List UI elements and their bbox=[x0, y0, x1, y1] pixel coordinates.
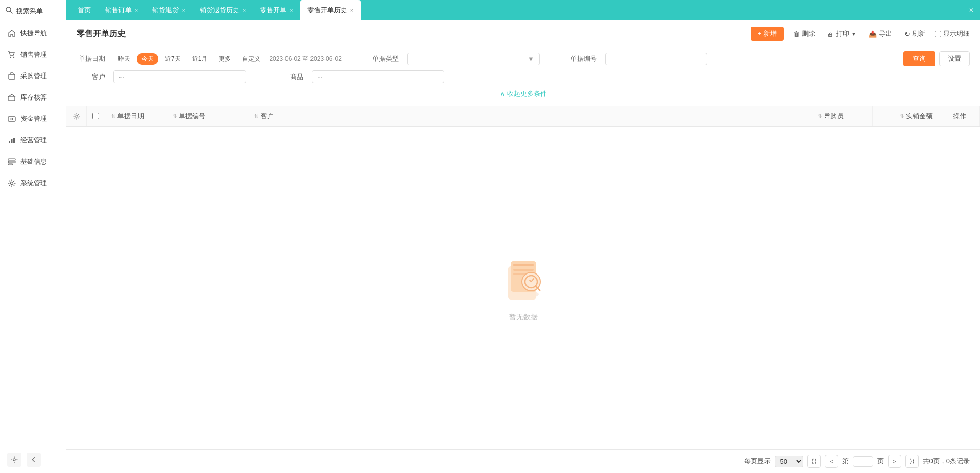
page-number-input[interactable]: 1 bbox=[853, 456, 873, 467]
tab-home[interactable]: 首页 bbox=[70, 0, 98, 20]
export-button[interactable]: 📤 导出 bbox=[866, 27, 895, 40]
refresh-button[interactable]: ↻ 刷新 bbox=[901, 27, 928, 40]
sidebar-item-purchase[interactable]: 采购管理 bbox=[0, 65, 66, 87]
order-type-label: 单据类型 bbox=[370, 54, 399, 63]
customer-input[interactable]: ··· bbox=[113, 70, 246, 83]
toolbar-actions: + 新增 🗑 删除 🖨 打印 ▼ 📤 导出 ↻ bbox=[751, 27, 970, 41]
last-page-btn[interactable]: ⟩⟩ bbox=[905, 455, 919, 468]
sidebar-bottom bbox=[0, 446, 66, 473]
tab-retail-history[interactable]: 零售开单历史 × bbox=[300, 0, 361, 20]
svg-point-3 bbox=[13, 57, 14, 58]
tab-retail-history-label: 零售开单历史 bbox=[307, 6, 347, 15]
th-guide[interactable]: ⇅ 导购员 bbox=[811, 106, 873, 126]
nav-sales-label: 销售管理 bbox=[20, 50, 47, 59]
sidebar-item-sales[interactable]: 销售管理 bbox=[0, 44, 66, 65]
sort-date-icon: ⇅ bbox=[111, 113, 115, 119]
tab-sales-return-history[interactable]: 销货退货历史 × bbox=[193, 0, 253, 20]
page-header: 零售开单历史 + 新增 🗑 删除 🖨 打印 ▼ 📤 导出 bbox=[66, 20, 980, 106]
tab-sales-return-close[interactable]: × bbox=[182, 7, 185, 13]
th-settings[interactable] bbox=[66, 106, 87, 126]
tab-retail-open-close[interactable]: × bbox=[290, 7, 293, 13]
query-button[interactable]: 查询 bbox=[903, 51, 935, 66]
tab-sales-return[interactable]: 销货退货 × bbox=[145, 0, 192, 20]
settings-bottom-icon[interactable] bbox=[7, 453, 21, 467]
info-icon bbox=[7, 157, 16, 166]
th-date[interactable]: ⇅ 单据日期 bbox=[105, 106, 166, 126]
next-page-btn[interactable]: ＞ bbox=[888, 455, 901, 468]
sidebar-item-finance[interactable]: 资金管理 bbox=[0, 108, 66, 130]
svg-rect-21 bbox=[513, 269, 534, 271]
date-filter-label: 单据日期 bbox=[77, 54, 105, 63]
order-no-label: 单据编号 bbox=[568, 54, 597, 63]
refresh-label: 刷新 bbox=[912, 29, 925, 38]
prev-page-btn[interactable]: ＜ bbox=[825, 455, 838, 468]
display-detail-input[interactable] bbox=[935, 31, 941, 37]
th-date-label: 单据日期 bbox=[117, 112, 144, 121]
sidebar-item-operation[interactable]: 经营管理 bbox=[0, 130, 66, 151]
sort-guide-icon: ⇅ bbox=[818, 113, 822, 119]
print-arrow-icon: ▼ bbox=[851, 31, 856, 37]
nav-finance-label: 资金管理 bbox=[20, 114, 47, 123]
filter-area: 单据日期 昨天 今天 近7天 近1月 更多 自定义 2023-06-02 至 2… bbox=[77, 46, 970, 106]
sort-no-icon: ⇅ bbox=[173, 113, 177, 119]
gear-icon bbox=[7, 179, 16, 188]
sidebar-item-basic[interactable]: 基础信息 bbox=[0, 151, 66, 172]
svg-rect-10 bbox=[13, 138, 15, 143]
tab-sales-order-close[interactable]: × bbox=[135, 7, 138, 13]
collapse-button[interactable]: ∧ 收起更多条件 bbox=[77, 87, 970, 103]
delete-button[interactable]: 🗑 删除 bbox=[790, 27, 818, 40]
svg-rect-11 bbox=[8, 159, 15, 160]
select-all-checkbox[interactable] bbox=[92, 113, 99, 119]
tab-sales-order[interactable]: 销售订单 × bbox=[98, 0, 145, 20]
tabs-left: 首页 销售订单 × 销货退货 × 销货退货历史 × 零售开单 × 零售开单历史 … bbox=[70, 0, 361, 20]
th-amount-label: 实销金额 bbox=[906, 112, 933, 121]
add-button[interactable]: + 新增 bbox=[751, 27, 784, 41]
per-page-select[interactable]: 50 10 20 100 bbox=[775, 456, 803, 467]
nav-quick-label: 快捷导航 bbox=[20, 29, 47, 38]
tab-retail-history-close[interactable]: × bbox=[350, 7, 353, 13]
first-page-btn[interactable]: ⟨⟨ bbox=[807, 455, 821, 468]
box-icon bbox=[7, 71, 16, 81]
display-detail-checkbox[interactable]: 显示明细 bbox=[935, 29, 970, 38]
sidebar-item-inventory[interactable]: 库存核算 bbox=[0, 87, 66, 108]
print-icon: 🖨 bbox=[827, 30, 834, 38]
svg-line-1 bbox=[10, 11, 12, 13]
th-action-label: 操作 bbox=[953, 112, 966, 121]
th-check[interactable] bbox=[87, 106, 105, 126]
collapse-sidebar-icon[interactable] bbox=[27, 453, 41, 467]
sidebar-item-quick[interactable]: 快捷导航 bbox=[0, 22, 66, 44]
tabs-right: ✕ bbox=[967, 6, 976, 15]
tabs-bar: 首页 销售订单 × 销货退货 × 销货退货历史 × 零售开单 × 零售开单历史 … bbox=[66, 0, 980, 20]
order-no-input[interactable] bbox=[605, 53, 707, 65]
sidebar-item-system[interactable]: 系统管理 bbox=[0, 172, 66, 194]
nav-system-label: 系统管理 bbox=[20, 179, 47, 188]
sidebar-search-label: 搜索采单 bbox=[16, 7, 43, 16]
svg-point-14 bbox=[11, 182, 13, 185]
date-btn-1month[interactable]: 近1月 bbox=[187, 53, 212, 65]
order-type-select[interactable]: ▼ bbox=[407, 53, 540, 65]
goods-input[interactable]: ··· bbox=[312, 70, 444, 83]
sidebar-search[interactable]: 搜索采单 bbox=[0, 0, 66, 22]
svg-rect-20 bbox=[513, 264, 534, 266]
svg-point-16 bbox=[75, 115, 77, 117]
content-area: 零售开单历史 + 新增 🗑 删除 🖨 打印 ▼ 📤 导出 bbox=[66, 20, 980, 473]
collapse-up-icon: ∧ bbox=[500, 90, 505, 98]
tab-sales-return-history-close[interactable]: × bbox=[243, 7, 246, 13]
date-btn-7days[interactable]: 近7天 bbox=[160, 53, 185, 65]
tab-close-all-btn[interactable]: ✕ bbox=[967, 6, 976, 15]
th-customer[interactable]: ⇅ 客户 bbox=[248, 106, 811, 126]
settings-button[interactable]: 设置 bbox=[939, 51, 970, 66]
date-btn-yesterday[interactable]: 昨天 bbox=[113, 53, 135, 65]
date-btn-more[interactable]: 更多 bbox=[214, 53, 235, 65]
warehouse-icon bbox=[7, 93, 16, 102]
svg-point-15 bbox=[13, 459, 15, 461]
svg-point-7 bbox=[11, 118, 13, 120]
search-icon bbox=[5, 6, 13, 16]
th-amount[interactable]: ⇅ 实销金额 bbox=[873, 106, 939, 126]
tab-retail-open[interactable]: 零售开单 × bbox=[253, 0, 300, 20]
print-button[interactable]: 🖨 打印 ▼ bbox=[824, 27, 859, 40]
empty-icon bbox=[498, 254, 549, 305]
date-btn-custom[interactable]: 自定义 bbox=[237, 53, 265, 65]
date-btn-today[interactable]: 今天 bbox=[137, 53, 158, 65]
th-no[interactable]: ⇅ 单据编号 bbox=[166, 106, 248, 126]
